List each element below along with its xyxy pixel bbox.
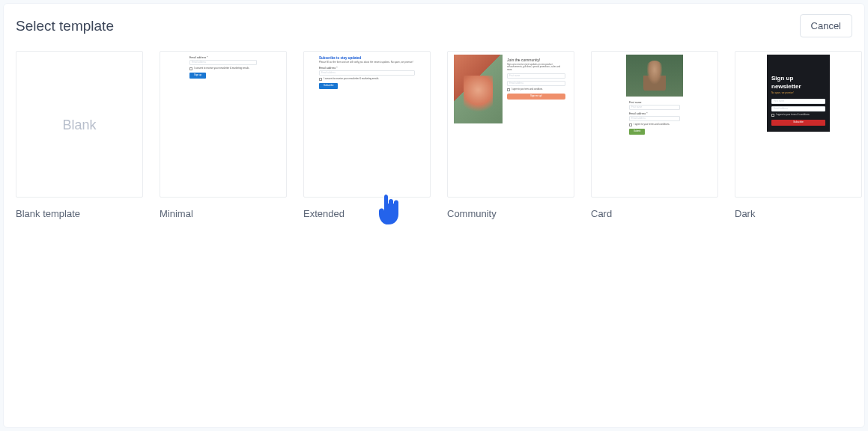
preview-email-field: Email address <box>629 116 680 121</box>
template-label: Dark <box>735 208 862 219</box>
dialog-title: Select template <box>16 18 114 34</box>
dialog-header: Select template Cancel <box>16 14 852 37</box>
preview-consent: I agree to your terms & conditions <box>771 114 825 117</box>
template-option-minimal[interactable]: Email address * Email address I consent … <box>160 51 287 219</box>
template-preview-community: Join the community! Sign up to receive e… <box>447 51 574 198</box>
template-label: Community <box>447 208 574 219</box>
cancel-button[interactable]: Cancel <box>800 14 852 37</box>
preview-email-label: Email address * <box>629 112 680 115</box>
template-option-dark[interactable]: Sign up newsletter No spam, we promise! … <box>735 51 862 219</box>
preview-desc: Please fill out the form and we will not… <box>319 61 415 64</box>
preview-consent: I agree to your terms and conditions <box>629 123 680 126</box>
template-preview-card: First name First name Email address * Em… <box>591 51 718 198</box>
preview-consent: I consent to receive your newsletter & m… <box>189 67 257 70</box>
preview-consent: I agree to your terms and conditions <box>507 88 565 91</box>
template-preview-extended: Subscribe to stay updated Please fill ou… <box>303 51 431 198</box>
preview-submit: Sign up <box>189 73 206 79</box>
preview-consent: I consent to receive your newsletter & m… <box>319 78 415 81</box>
template-option-blank[interactable]: Blank Blank template <box>16 51 143 219</box>
preview-sub: No spam, we promise! <box>771 92 825 95</box>
preview-heading-line2: newsletter <box>771 84 825 91</box>
blank-placeholder-text: Blank <box>62 117 96 133</box>
preview-submit: Subscribe <box>771 120 825 126</box>
preview-first-field: First name <box>629 105 680 110</box>
template-label: Card <box>591 208 718 219</box>
preview-first-field: First name <box>771 99 825 104</box>
preview-email-field: Email address <box>319 70 415 76</box>
preview-image <box>454 55 503 123</box>
preview-email-field: Email address <box>507 81 565 86</box>
preview-desc: Sign up to receive event updates on new … <box>507 64 565 71</box>
template-label: Minimal <box>160 208 287 219</box>
preview-first-label: First name <box>629 101 680 104</box>
preview-email-label: Email address * <box>319 67 415 70</box>
preview-submit: Submit <box>629 129 645 135</box>
template-preview-blank: Blank <box>16 51 143 198</box>
preview-heading: Subscribe to stay updated <box>319 56 415 60</box>
template-option-card[interactable]: First name First name Email address * Em… <box>591 51 718 219</box>
preview-email-label: Email address * <box>189 56 257 59</box>
preview-submit: Sign me up! <box>507 94 565 100</box>
preview-heading: Join the community! <box>507 58 565 62</box>
preview-image <box>626 55 683 97</box>
preview-first-field: First name <box>507 73 565 79</box>
template-preview-minimal: Email address * Email address I consent … <box>160 51 287 198</box>
template-preview-dark: Sign up newsletter No spam, we promise! … <box>735 51 862 198</box>
template-label: Extended <box>303 208 431 219</box>
preview-submit: Subscribe <box>319 83 338 89</box>
template-option-community[interactable]: Join the community! Sign up to receive e… <box>447 51 574 219</box>
template-option-extended[interactable]: Subscribe to stay updated Please fill ou… <box>303 51 431 219</box>
preview-email-field: Email address <box>771 106 825 111</box>
template-grid: Blank Blank template Email address * Ema… <box>16 51 852 219</box>
template-label: Blank template <box>16 208 143 219</box>
preview-heading-line1: Sign up <box>771 76 825 82</box>
preview-email-field: Email address <box>189 60 257 65</box>
